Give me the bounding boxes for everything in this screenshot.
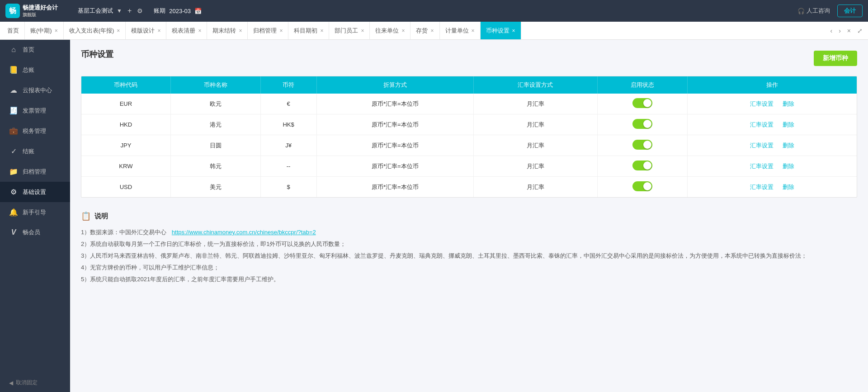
sidebar-item-settings[interactable]: ⚙ 基础设置	[0, 182, 70, 202]
add-project-icon[interactable]: +	[127, 7, 132, 15]
accounting-button[interactable]: 会计	[837, 5, 863, 17]
tab-income-report-close[interactable]: ×	[117, 28, 120, 34]
cell-code: USD	[81, 177, 170, 198]
tab-counterparty[interactable]: 往来单位 ×	[370, 22, 410, 39]
table-row: HKD 港元 HK$ 原币*汇率=本位币 月汇率 汇率设置 删除	[81, 114, 857, 135]
sidebar-reports-label: 云报表中心	[23, 86, 52, 94]
sidebar-item-home[interactable]: ⌂ 首页	[0, 40, 70, 60]
project-settings-icon[interactable]: ⚙	[137, 7, 143, 14]
toggle-enabled[interactable]	[632, 181, 652, 191]
sidebar-item-tax[interactable]: 💼 税务管理	[0, 121, 70, 141]
new-currency-button[interactable]: 新增币种	[814, 51, 857, 66]
toggle-enabled[interactable]	[632, 119, 652, 129]
home-icon: ⌂	[9, 46, 18, 54]
sidebar-settings-label: 基础设置	[23, 188, 46, 196]
tab-next-button[interactable]: ›	[837, 26, 843, 35]
logo-icon: 畅	[5, 4, 20, 18]
tab-period-end-close[interactable]: ×	[239, 28, 242, 34]
sidebar-item-member[interactable]: V 畅会员	[0, 222, 70, 242]
tab-ledger[interactable]: 账(中期) ×	[25, 22, 64, 39]
tab-unit-close[interactable]: ×	[472, 28, 475, 34]
sidebar-item-reports[interactable]: ☁ 云报表中心	[0, 80, 70, 100]
calendar-icon[interactable]: 📅	[194, 8, 202, 14]
period-label: 账期	[154, 7, 165, 15]
toggle-enabled[interactable]	[632, 140, 652, 150]
tab-tax-close[interactable]: ×	[198, 28, 201, 34]
cell-conversion: 原币*汇率=本位币	[316, 135, 474, 156]
tab-inventory-close[interactable]: ×	[430, 28, 434, 34]
tab-period-end[interactable]: 期末结转 ×	[207, 22, 248, 39]
cell-conversion: 原币*汇率=本位币	[316, 177, 474, 198]
cell-action: 汇率设置 删除	[687, 156, 857, 177]
cell-action: 汇率设置 删除	[687, 114, 857, 135]
cell-rate-type: 月汇率	[474, 94, 598, 114]
notes-title-text: 说明	[94, 212, 108, 221]
action-rate-link[interactable]: 汇率设置	[750, 100, 774, 107]
notes-section: 📋 说明 1）数据来源：中国外汇交易中心 https://www.chinamo…	[81, 211, 857, 285]
cell-status	[597, 94, 687, 114]
col-conversion: 折算方式	[316, 76, 474, 94]
project-dropdown-icon[interactable]: ▼	[117, 8, 122, 14]
action-delete-link[interactable]: 删除	[783, 142, 794, 149]
sidebar: ⌂ 首页 📒 总账 ☁ 云报表中心 🧾 发票管理 💼 税务管理 ✓ 结账 📁 归…	[0, 40, 70, 392]
table-row: JPY 日圆 J¥ 原币*汇率=本位币 月汇率 汇率设置 删除	[81, 135, 857, 156]
toggle-enabled[interactable]	[632, 98, 652, 108]
tab-income-report[interactable]: 收入支出表(年报) ×	[64, 22, 126, 39]
tab-dept-staff[interactable]: 部门员工 ×	[329, 22, 370, 39]
tab-ledger-close[interactable]: ×	[55, 28, 58, 34]
sidebar-home-label: 首页	[23, 46, 34, 54]
tab-inventory[interactable]: 存货 ×	[410, 22, 439, 39]
tab-home[interactable]: 首页	[0, 22, 25, 39]
tab-maximize-button[interactable]: ⤢	[855, 26, 864, 35]
toggle-enabled[interactable]	[632, 161, 652, 170]
action-rate-link[interactable]: 汇率设置	[750, 163, 774, 170]
tab-archive[interactable]: 归档管理 ×	[248, 22, 288, 39]
sidebar-item-invoice[interactable]: 🧾 发票管理	[0, 100, 70, 121]
tab-tax[interactable]: 税表清册 ×	[166, 22, 207, 39]
action-rate-link[interactable]: 汇率设置	[750, 184, 774, 190]
tab-currency-close[interactable]: ×	[512, 28, 515, 34]
tab-counterparty-close[interactable]: ×	[401, 28, 405, 34]
tab-dept-staff-close[interactable]: ×	[361, 28, 364, 34]
tab-template[interactable]: 模版设计 ×	[126, 22, 166, 39]
cell-code: HKD	[81, 114, 170, 135]
ledger-icon: 📒	[9, 66, 18, 74]
tab-archive-close[interactable]: ×	[279, 28, 283, 34]
tab-archive-label: 归档管理	[253, 27, 277, 35]
notes-item: 3）人民币对马来西亚林吉特、俄罗斯卢布、南非兰特、韩元、阿联酋迪拉姆、沙特里亚尔…	[81, 250, 857, 262]
tab-template-close[interactable]: ×	[157, 28, 160, 34]
notes-item: 4）无官方牌价的币种，可以用户手工维护汇率信息；	[81, 262, 857, 274]
sidebar-ledger-label: 总账	[23, 66, 34, 74]
notes-icon: 📋	[81, 211, 91, 221]
collapse-label: 取消固定	[16, 379, 38, 387]
sidebar-collapse-button[interactable]: ◀ 取消固定	[0, 373, 70, 392]
guide-icon: 🔔	[9, 208, 18, 217]
action-delete-link[interactable]: 删除	[783, 100, 794, 107]
tab-home-label: 首页	[7, 27, 19, 35]
tab-prev-button[interactable]: ‹	[828, 26, 834, 35]
action-delete-link[interactable]: 删除	[783, 163, 794, 170]
tab-subject-init[interactable]: 科目期初 ×	[288, 22, 329, 39]
sidebar-item-archive[interactable]: 📁 归档管理	[0, 161, 70, 182]
cell-status	[597, 177, 687, 198]
tab-currency[interactable]: 币种设置 ×	[481, 22, 521, 39]
cell-action: 汇率设置 删除	[687, 135, 857, 156]
main-content: 币种设置 新增币种 币种代码 币种名称 币符 折算方式 汇率设置方式 启用状态 …	[70, 40, 868, 392]
tab-subject-init-close[interactable]: ×	[320, 28, 323, 34]
cell-symbol: $	[260, 177, 316, 198]
action-delete-link[interactable]: 删除	[783, 184, 794, 190]
cell-symbol: --	[260, 156, 316, 177]
cell-conversion: 原币*汇率=本位币	[316, 156, 474, 177]
tab-close-all-button[interactable]: ×	[845, 26, 853, 35]
action-delete-link[interactable]: 删除	[783, 121, 794, 128]
sidebar-item-ledger[interactable]: 📒 总账	[0, 60, 70, 80]
action-rate-link[interactable]: 汇率设置	[750, 121, 774, 128]
notes-link[interactable]: https://www.chinamoney.com.cn/chinese/bk…	[172, 229, 316, 236]
topbar: 畅 畅捷通好会计 旗舰版 基层工会测试 ▼ + ⚙ 账期 2023-03 📅 🎧…	[0, 0, 868, 22]
sidebar-item-guide[interactable]: 🔔 新手引导	[0, 202, 70, 222]
headset-icon: 🎧	[797, 8, 805, 14]
action-rate-link[interactable]: 汇率设置	[750, 142, 774, 149]
sidebar-item-checkout[interactable]: ✓ 结账	[0, 141, 70, 161]
support-button[interactable]: 🎧 人工咨询	[797, 7, 830, 15]
tab-unit[interactable]: 计量单位 ×	[440, 22, 481, 39]
